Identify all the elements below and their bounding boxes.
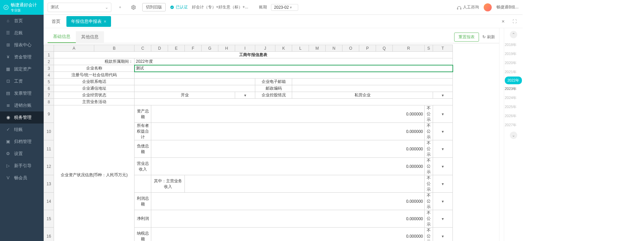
- dropdown-icon[interactable]: ▾: [235, 92, 255, 99]
- col-L[interactable]: L: [292, 45, 309, 52]
- tax-period-label: 税款所属期间：: [54, 58, 135, 65]
- row-12[interactable]: 12: [44, 158, 54, 175]
- col-T[interactable]: T: [433, 45, 453, 52]
- col-S[interactable]: S: [425, 45, 433, 52]
- year-next-button[interactable]: ⌄: [510, 132, 517, 139]
- col-E[interactable]: E: [168, 45, 185, 52]
- col-O[interactable]: O: [342, 45, 359, 52]
- nav-icon: ▷: [5, 163, 11, 168]
- reset-report-button[interactable]: 重置报表: [454, 33, 479, 42]
- col-A[interactable]: A: [54, 45, 94, 52]
- settings-icon[interactable]: [129, 3, 138, 12]
- nav-item-12[interactable]: ▷新手引导: [0, 160, 44, 172]
- col-D[interactable]: D: [151, 45, 168, 52]
- year-2026年[interactable]: 2026年: [505, 111, 522, 120]
- refresh-button[interactable]: ↻刷新: [482, 34, 495, 40]
- nav-icon: ▤: [5, 91, 11, 96]
- close-all-tabs-button[interactable]: ✕: [498, 17, 508, 26]
- nav-item-5[interactable]: ⊡工资: [0, 75, 44, 87]
- row-9[interactable]: 9: [44, 105, 54, 123]
- nav-icon: V: [5, 175, 11, 181]
- row-10[interactable]: 10: [44, 123, 54, 140]
- nav-icon: ▦: [5, 66, 11, 72]
- add-company-button[interactable]: ＋: [115, 3, 125, 12]
- row-4[interactable]: 4: [44, 72, 54, 79]
- subtab-basic[interactable]: 基础信息: [48, 31, 76, 43]
- year-2027年[interactable]: 2027年: [505, 120, 522, 130]
- year-2018年[interactable]: 2018年: [505, 40, 522, 49]
- col-I[interactable]: I: [235, 45, 255, 52]
- chevron-down-icon: ⌄: [105, 5, 108, 10]
- col-H[interactable]: H: [218, 45, 235, 52]
- nav-item-10[interactable]: ▣归档管理: [0, 136, 44, 148]
- support-link[interactable]: 人工咨询: [457, 4, 479, 10]
- nav-item-11[interactable]: ⚙设置: [0, 148, 44, 160]
- row-7[interactable]: 7: [44, 92, 54, 99]
- company-name-cell[interactable]: 测试: [135, 65, 453, 72]
- nav-icon: ◉: [5, 115, 11, 120]
- row-16[interactable]: 16: [44, 228, 54, 241]
- period-label: 账期: [259, 4, 267, 10]
- nav-item-6[interactable]: ▤发票管理: [0, 87, 44, 99]
- nav-icon: ✓: [5, 127, 11, 132]
- row-15[interactable]: 15: [44, 210, 54, 228]
- col-Q[interactable]: Q: [376, 45, 393, 52]
- row-5[interactable]: 5: [44, 79, 54, 85]
- tab-home[interactable]: 首页: [47, 16, 65, 27]
- old-version-button[interactable]: 切到旧版: [142, 3, 166, 11]
- row-1[interactable]: 1: [44, 52, 54, 58]
- row-2[interactable]: 2: [44, 58, 54, 65]
- col-F[interactable]: F: [185, 45, 202, 52]
- col-B[interactable]: B: [94, 45, 135, 52]
- nav-item-4[interactable]: ▦固定资产: [0, 63, 44, 75]
- year-2022年[interactable]: 2022年: [505, 77, 522, 84]
- col-G[interactable]: G: [202, 45, 218, 52]
- nav-item-1[interactable]: ☰总账: [0, 27, 44, 39]
- nav-item-13[interactable]: V畅会员: [0, 172, 44, 184]
- nav-item-3[interactable]: ¥资金管理: [0, 51, 44, 63]
- username[interactable]: 畅捷通B组...: [496, 4, 519, 10]
- tax-period-value[interactable]: 2022年度: [135, 58, 453, 65]
- nav-item-0[interactable]: ⌂首页: [0, 15, 44, 27]
- row-3[interactable]: 3: [44, 65, 54, 72]
- year-2019年[interactable]: 2019年: [505, 49, 522, 58]
- nav-item-7[interactable]: ≣进销台账: [0, 99, 44, 111]
- avatar[interactable]: [484, 3, 492, 11]
- year-2025年[interactable]: 2025年: [505, 102, 522, 111]
- col-J[interactable]: J: [255, 45, 275, 52]
- row-11[interactable]: 11: [44, 140, 54, 158]
- nav-icon: ▣: [5, 139, 11, 144]
- reg-no-label: 注册号/统一社会信用代码: [54, 72, 135, 79]
- col-N[interactable]: N: [326, 45, 342, 52]
- col-K[interactable]: K: [275, 45, 292, 52]
- year-prev-button[interactable]: ⌃: [510, 31, 517, 38]
- tab-annual-report[interactable]: 年报信息申报表×: [66, 16, 111, 27]
- vertical-scrollbar[interactable]: [499, 28, 504, 241]
- row-6[interactable]: 6: [44, 85, 54, 92]
- col-R[interactable]: R: [393, 45, 425, 52]
- nav-icon: ⊞: [5, 42, 11, 48]
- col-M[interactable]: M: [309, 45, 326, 52]
- row-8[interactable]: 8: [44, 99, 54, 105]
- year-2023年[interactable]: 2023年: [505, 84, 522, 93]
- fullscreen-button[interactable]: ⛶: [510, 17, 519, 26]
- nav-item-9[interactable]: ✓结账: [0, 124, 44, 136]
- refresh-icon: ↻: [482, 35, 486, 39]
- nav-icon: ☰: [5, 30, 11, 36]
- close-icon[interactable]: ×: [104, 19, 106, 24]
- year-2021年[interactable]: 2021年: [505, 67, 522, 77]
- subtab-other[interactable]: 其他信息: [76, 31, 104, 43]
- nav-item-8[interactable]: ◉税务管理: [0, 111, 44, 124]
- year-2024年[interactable]: 2024年: [505, 93, 522, 102]
- company-select[interactable]: 测试 ⌄: [48, 3, 111, 12]
- row-13[interactable]: 13: [44, 175, 54, 193]
- col-P[interactable]: P: [359, 45, 376, 52]
- svg-rect-3: [460, 8, 461, 9]
- nav-icon: ≣: [5, 103, 11, 108]
- nav-item-2[interactable]: ⊞报表中心: [0, 39, 44, 51]
- reg-no-cell[interactable]: [135, 72, 453, 79]
- period-select[interactable]: 2023-02 ▾: [271, 4, 298, 11]
- row-14[interactable]: 14: [44, 193, 54, 210]
- col-C[interactable]: C: [135, 45, 151, 52]
- year-2020年[interactable]: 2020年: [505, 58, 522, 67]
